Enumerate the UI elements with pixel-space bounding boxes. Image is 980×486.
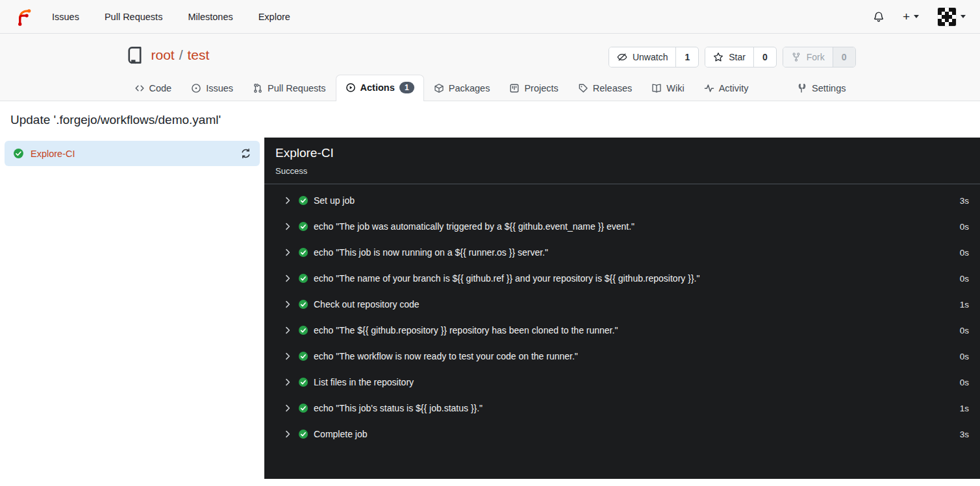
chevron-right-icon bbox=[283, 404, 292, 413]
check-circle-icon bbox=[298, 351, 308, 361]
plus-icon: + bbox=[903, 10, 910, 23]
step-name: List files in the repository bbox=[314, 377, 414, 387]
tab-packages-label: Packages bbox=[449, 83, 490, 93]
rerun-job-button[interactable] bbox=[240, 148, 251, 159]
jobs-sidebar: Explore-CI bbox=[0, 138, 264, 479]
check-circle-icon bbox=[298, 273, 308, 284]
repo-name-link[interactable]: test bbox=[188, 47, 210, 62]
main-nav: Issues Pull Requests Milestones Explore bbox=[52, 12, 290, 22]
check-circle-icon bbox=[298, 377, 308, 387]
git-pull-request-icon bbox=[253, 83, 263, 93]
tab-actions-label: Actions bbox=[360, 82, 395, 93]
step-name: echo "The job was automatically triggere… bbox=[314, 221, 634, 232]
user-menu-dropdown[interactable] bbox=[937, 7, 966, 27]
step-row[interactable]: echo "The workflow is now ready to test … bbox=[264, 343, 980, 369]
step-duration: 0s bbox=[960, 248, 969, 258]
chevron-right-icon bbox=[283, 222, 292, 231]
notifications-button[interactable] bbox=[873, 11, 885, 23]
step-row[interactable]: echo "This job's status is ${{ job.statu… bbox=[264, 395, 980, 421]
pulse-icon bbox=[704, 83, 714, 93]
chevron-down-icon bbox=[961, 15, 966, 18]
check-circle-icon bbox=[298, 195, 308, 206]
fork-button: Fork bbox=[783, 47, 833, 67]
step-duration: 1s bbox=[960, 300, 969, 310]
top-navbar: Issues Pull Requests Milestones Explore … bbox=[0, 0, 980, 34]
tab-pull-requests-label: Pull Requests bbox=[268, 83, 325, 93]
tab-actions[interactable]: Actions 1 bbox=[336, 75, 424, 101]
run-content: Explore-CI Explore-CI Success bbox=[0, 138, 980, 479]
tab-wiki[interactable]: Wiki bbox=[642, 76, 694, 101]
tab-releases-label: Releases bbox=[593, 83, 632, 93]
tab-projects[interactable]: Projects bbox=[499, 76, 568, 101]
step-row[interactable]: echo "The ${{ github.repository }} repos… bbox=[264, 317, 980, 343]
fork-label: Fork bbox=[807, 52, 825, 62]
tools-icon bbox=[797, 83, 807, 93]
forks-count[interactable]: 0 bbox=[833, 47, 855, 67]
step-duration: 3s bbox=[960, 196, 969, 206]
repo-header-section: root/test Unwatch 1 bbox=[0, 34, 980, 101]
tab-code[interactable]: Code bbox=[125, 76, 182, 101]
step-duration: 0s bbox=[960, 326, 969, 335]
star-label: Star bbox=[729, 52, 746, 62]
create-new-dropdown[interactable]: + bbox=[903, 10, 919, 23]
repo-book-icon bbox=[125, 45, 144, 65]
navbar-right: + bbox=[873, 7, 966, 27]
unwatch-button[interactable]: Unwatch bbox=[609, 47, 675, 67]
tab-settings[interactable]: Settings bbox=[787, 76, 855, 101]
chevron-right-icon bbox=[283, 300, 292, 309]
code-icon bbox=[134, 83, 145, 93]
job-name: Explore-CI bbox=[31, 149, 234, 159]
step-duration: 3s bbox=[960, 430, 969, 439]
play-circle-icon bbox=[346, 82, 356, 93]
nav-milestones[interactable]: Milestones bbox=[188, 12, 232, 22]
step-row[interactable]: Complete job 3s bbox=[264, 421, 980, 447]
tag-icon bbox=[578, 83, 588, 93]
eye-slash-icon bbox=[617, 52, 627, 62]
book-open-icon bbox=[651, 83, 662, 93]
job-run-panel: Explore-CI Success Set up job 3s bbox=[264, 138, 980, 479]
step-name: echo "The name of your branch is ${{ git… bbox=[314, 273, 699, 284]
bell-icon bbox=[873, 11, 885, 23]
nav-pull-requests[interactable]: Pull Requests bbox=[105, 12, 162, 22]
step-name: Complete job bbox=[314, 429, 368, 439]
check-circle-icon bbox=[298, 221, 308, 232]
repo-tab-bar: Code Issues Pull Requests bbox=[125, 75, 856, 101]
step-duration: 0s bbox=[960, 222, 969, 232]
step-row[interactable]: echo "The job was automatically triggere… bbox=[264, 213, 980, 239]
package-icon bbox=[434, 83, 444, 93]
step-row[interactable]: List files in the repository 0s bbox=[264, 369, 980, 395]
nav-issues[interactable]: Issues bbox=[52, 12, 79, 22]
step-duration: 0s bbox=[960, 352, 969, 361]
chevron-right-icon bbox=[283, 430, 292, 439]
job-list-item[interactable]: Explore-CI bbox=[5, 141, 260, 166]
tab-pull-requests[interactable]: Pull Requests bbox=[243, 76, 335, 101]
fork-button-group: Fork 0 bbox=[783, 47, 856, 67]
step-row[interactable]: echo "This job is now running on a ${{ r… bbox=[264, 239, 980, 265]
nav-explore[interactable]: Explore bbox=[258, 12, 290, 22]
stars-count[interactable]: 0 bbox=[753, 47, 776, 67]
step-name: Check out repository code bbox=[314, 299, 420, 310]
tab-issues-label: Issues bbox=[206, 83, 233, 93]
chevron-right-icon bbox=[283, 326, 292, 335]
issue-circle-icon bbox=[191, 83, 201, 93]
step-row[interactable]: Set up job 3s bbox=[264, 188, 980, 213]
step-row[interactable]: echo "The name of your branch is ${{ git… bbox=[264, 265, 980, 291]
check-circle-icon bbox=[298, 299, 308, 310]
tab-packages[interactable]: Packages bbox=[424, 76, 500, 101]
forgejo-logo-icon[interactable] bbox=[14, 7, 34, 27]
check-circle-icon bbox=[298, 403, 308, 413]
run-title: Update '.forgejo/workflows/demo.yaml' bbox=[10, 113, 970, 127]
breadcrumb-separator: / bbox=[179, 47, 183, 62]
chevron-right-icon bbox=[283, 378, 292, 387]
step-duration: 1s bbox=[960, 404, 969, 413]
star-button[interactable]: Star bbox=[705, 47, 753, 67]
tab-releases[interactable]: Releases bbox=[568, 76, 642, 101]
repo-owner-link[interactable]: root bbox=[151, 47, 175, 62]
tab-activity[interactable]: Activity bbox=[694, 76, 759, 101]
job-status-text: Success bbox=[275, 166, 969, 184]
chevron-down-icon bbox=[914, 15, 919, 18]
repo-action-buttons: Unwatch 1 Star 0 bbox=[609, 47, 856, 67]
step-row[interactable]: Check out repository code 1s bbox=[264, 291, 980, 317]
tab-issues[interactable]: Issues bbox=[181, 76, 243, 101]
watchers-count[interactable]: 1 bbox=[675, 47, 698, 67]
